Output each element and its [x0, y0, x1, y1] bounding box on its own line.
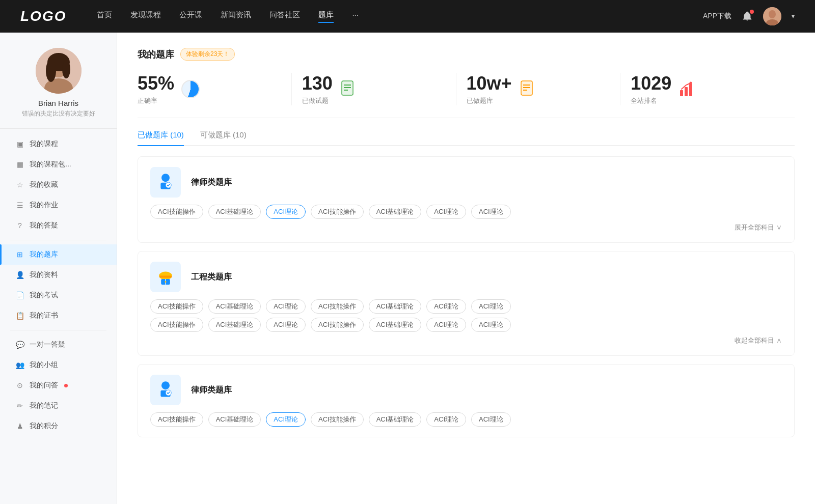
sidebar-item-exams[interactable]: 📄 我的考试: [0, 285, 117, 305]
profile-motto: 错误的决定比没有决定要好: [22, 109, 95, 118]
tag-lawyer1-5[interactable]: ACI理论: [426, 205, 466, 219]
tag-lawyer1-3[interactable]: ACI技能操作: [311, 205, 364, 219]
sidebar-item-group[interactable]: 👥 我的小组: [0, 355, 117, 375]
doc-orange-icon: [519, 80, 537, 98]
sidebar-item-qbank[interactable]: ⊞ 我的题库: [0, 244, 117, 265]
nav-news[interactable]: 新闻资讯: [221, 10, 251, 23]
stat-ranking: 1029 全站排名: [631, 73, 784, 105]
sidebar-item-favorites[interactable]: ☆ 我的收藏: [0, 175, 117, 195]
sidebar-item-tutor[interactable]: 💬 一对一答疑: [0, 334, 117, 355]
app-download-link[interactable]: APP下载: [703, 12, 731, 21]
sidebar-label-notes: 我的笔记: [30, 401, 58, 410]
user-avatar[interactable]: [763, 7, 781, 25]
course-icon: ▣: [15, 139, 24, 149]
sidebar-menu: ▣ 我的课程 ▦ 我的课程包... ☆ 我的收藏 ☰ 我的作业 ? 我的答疑 ⊞: [0, 134, 117, 436]
sidebar-item-packages[interactable]: ▦ 我的课程包...: [0, 154, 117, 175]
sidebar-item-notes[interactable]: ✏ 我的笔记: [0, 396, 117, 416]
sidebar-label-qa: 我的问答: [30, 381, 58, 390]
svg-point-28: [165, 281, 166, 283]
sidebar-item-points[interactable]: ♟ 我的积分: [0, 416, 117, 436]
svg-rect-25: [159, 276, 172, 278]
sidebar: Brian Harris 错误的决定比没有决定要好 ▣ 我的课程 ▦ 我的课程包…: [0, 33, 117, 504]
stat-accuracy-label: 正确率: [138, 96, 174, 105]
tag-eng2-1[interactable]: ACI基础理论: [208, 318, 261, 332]
main-content: 我的题库 体验剩余23天！ 55% 正确率 130 已做试题: [117, 33, 815, 504]
tab-done[interactable]: 已做题库 (10): [138, 130, 184, 146]
tag-eng-1[interactable]: ACI基础理论: [208, 299, 261, 314]
profile-name: Brian Harris: [38, 99, 78, 107]
nav-more[interactable]: ···: [352, 10, 359, 23]
sidebar-profile: Brian Harris 错误的决定比没有决定要好: [0, 48, 117, 129]
engineer-icon-wrap: [150, 262, 181, 292]
navbar-right: APP下载 ▾: [703, 7, 795, 25]
tag-eng-2[interactable]: ACI理论: [266, 299, 306, 314]
navbar: LOGO 首页 发现课程 公开课 新闻资讯 问答社区 题库 ··· APP下载 …: [0, 0, 815, 33]
question-icon: ?: [15, 221, 24, 230]
tags-row-lawyer-2: ACI技能操作 ACI基础理论 ACI理论 ACI技能操作 ACI基础理论 AC…: [150, 412, 782, 427]
tag-lawyer1-1[interactable]: ACI基础理论: [208, 205, 261, 219]
chart-red-icon: [678, 80, 697, 98]
homework-icon: ☰: [15, 201, 24, 210]
tag-lawyer2-5[interactable]: ACI理论: [426, 412, 466, 427]
accuracy-pie-icon: [181, 80, 200, 98]
nav-home[interactable]: 首页: [97, 10, 112, 23]
cert-icon: 📋: [15, 311, 24, 320]
svg-point-7: [46, 60, 56, 82]
tag-lawyer2-1[interactable]: ACI基础理论: [208, 412, 261, 427]
qbank-title-engineer: 工程类题库: [191, 272, 232, 283]
tag-eng-4[interactable]: ACI基础理论: [369, 299, 422, 314]
svg-point-29: [161, 381, 170, 389]
tag-lawyer2-2[interactable]: ACI理论: [266, 412, 306, 427]
tag-eng2-4[interactable]: ACI基础理论: [369, 318, 422, 332]
nav-qbank[interactable]: 题库: [318, 10, 334, 23]
sidebar-item-materials[interactable]: 👤 我的资料: [0, 265, 117, 285]
sidebar-item-cert[interactable]: 📋 我的证书: [0, 305, 117, 326]
svg-point-1: [769, 10, 776, 18]
tutor-icon: 💬: [15, 340, 24, 349]
sidebar-item-courses[interactable]: ▣ 我的课程: [0, 134, 117, 154]
qa-notification-dot: [64, 384, 68, 387]
tag-lawyer2-4[interactable]: ACI基础理论: [369, 412, 422, 427]
lawyer-icon-wrap-1: [150, 167, 181, 198]
tag-lawyer2-0[interactable]: ACI技能操作: [150, 412, 203, 427]
tag-eng-3[interactable]: ACI技能操作: [311, 299, 364, 314]
sidebar-label-tutor: 一对一答疑: [30, 340, 65, 349]
tag-lawyer1-6[interactable]: ACI理论: [471, 205, 511, 219]
sidebar-item-homework[interactable]: ☰ 我的作业: [0, 195, 117, 215]
tag-lawyer2-6[interactable]: ACI理论: [471, 412, 511, 427]
sidebar-label-favorites: 我的收藏: [30, 180, 58, 189]
tag-lawyer1-2[interactable]: ACI理论: [266, 205, 306, 219]
nav-courses[interactable]: 发现课程: [130, 10, 161, 23]
page-title-row: 我的题库 体验剩余23天！: [138, 48, 795, 61]
lawyer-icon-wrap-2: [150, 375, 181, 405]
logo[interactable]: LOGO: [20, 8, 66, 24]
tag-lawyer1-0[interactable]: ACI技能操作: [150, 205, 203, 219]
sidebar-label-qbank: 我的题库: [30, 250, 58, 259]
sidebar-item-questions[interactable]: ? 我的答疑: [0, 215, 117, 236]
tag-eng-0[interactable]: ACI技能操作: [150, 299, 203, 314]
tag-lawyer2-3[interactable]: ACI技能操作: [311, 412, 364, 427]
tag-eng2-0[interactable]: ACI技能操作: [150, 318, 203, 332]
notification-bell[interactable]: [742, 11, 753, 22]
qbank-section-engineer: 工程类题库 ACI技能操作 ACI基础理论 ACI理论 ACI技能操作 ACI基…: [138, 251, 795, 356]
tag-eng2-2[interactable]: ACI理论: [266, 318, 306, 332]
tag-eng-5[interactable]: ACI理论: [426, 299, 466, 314]
qbank-title-lawyer-2: 律师类题库: [191, 385, 232, 396]
nav-open-course[interactable]: 公开课: [179, 10, 202, 23]
user-menu-chevron[interactable]: ▾: [792, 13, 795, 20]
nav-qa[interactable]: 问答社区: [269, 10, 300, 23]
tag-eng2-3[interactable]: ACI技能操作: [311, 318, 364, 332]
tab-available[interactable]: 可做题库 (10): [200, 130, 247, 146]
tag-eng2-5[interactable]: ACI理论: [426, 318, 466, 332]
tags-row-engineer-1: ACI技能操作 ACI基础理论 ACI理论 ACI技能操作 ACI基础理论 AC…: [150, 299, 782, 314]
tag-eng-6[interactable]: ACI理论: [471, 299, 511, 314]
doc-green-icon: [340, 80, 358, 98]
tag-lawyer1-4[interactable]: ACI基础理论: [369, 205, 422, 219]
tag-eng2-6[interactable]: ACI理论: [471, 318, 511, 332]
sidebar-label-materials: 我的资料: [30, 270, 58, 279]
sidebar-label-exams: 我的考试: [30, 291, 58, 300]
sidebar-item-qa[interactable]: ⊙ 我的问答: [0, 375, 117, 396]
sidebar-label-points: 我的积分: [30, 422, 58, 431]
expand-link-lawyer-1[interactable]: 展开全部科目 ∨: [150, 223, 782, 232]
expand-link-engineer[interactable]: 收起全部科目 ∧: [150, 336, 782, 345]
